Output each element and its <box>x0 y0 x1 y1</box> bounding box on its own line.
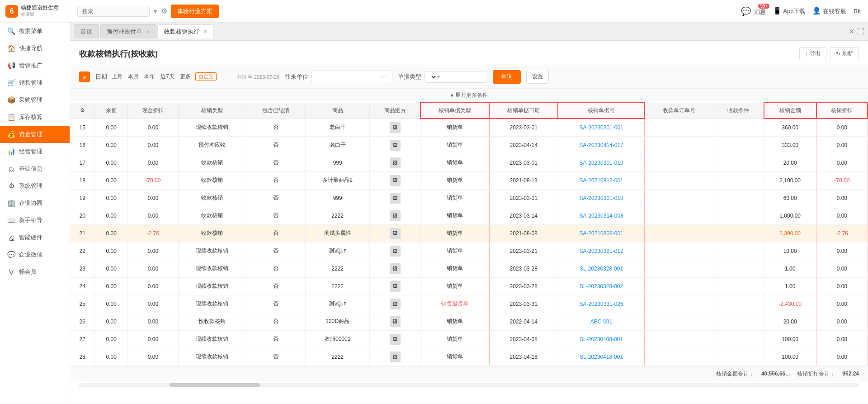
cell-include_settled: 否 <box>246 277 306 295</box>
tab-close-collection[interactable]: × <box>204 29 207 35</box>
sidebar-item-quicknav[interactable]: 🏠快捷导航 <box>0 40 70 57</box>
doc-no-link[interactable]: SL-20230328-001 <box>580 266 623 272</box>
cell-goods: 999 <box>306 154 370 171</box>
sidebar-label-wechat: 企业微信 <box>19 251 42 259</box>
table-row: 260.000.00预收款核销否123D商品🖼销货单2022-04-14ABC-… <box>70 313 868 330</box>
cell-receipt_order_no <box>645 154 713 171</box>
date-7days[interactable]: 近7天 <box>159 72 176 81</box>
cell-receipt_order_no <box>645 260 713 277</box>
export-button[interactable]: ↑ 导出 <box>799 47 826 60</box>
sidebar-item-guide[interactable]: 📖新手引导 <box>0 212 70 229</box>
refresh-button[interactable]: ↻ 刷新 <box>830 47 859 60</box>
cell-include_settled: 否 <box>246 189 306 207</box>
cell-verify_doc_no: SL-20230418-001 <box>558 348 645 366</box>
app-download-link[interactable]: 📱 App下载 <box>773 7 805 15</box>
cell-receipt_condition <box>713 295 764 313</box>
cell-goods: 测试jun <box>306 295 370 313</box>
sidebar-label-sales: 销售管理 <box>19 79 42 87</box>
cell-cash_discount: 0.00 <box>128 119 179 136</box>
cell-receipt_order_no <box>645 295 713 313</box>
maximize-button[interactable]: ⛶ <box>857 27 864 36</box>
doc-no-link[interactable]: SL-20230328-002 <box>580 283 623 290</box>
sidebar-item-corp[interactable]: 🏢企业协同 <box>0 195 70 212</box>
sidebar-item-member[interactable]: V畅会员 <box>0 263 70 280</box>
date-this-year[interactable]: 本年 <box>142 72 157 81</box>
logo-icon: 6 <box>5 5 18 18</box>
cell-gear: 18 <box>70 171 95 189</box>
cell-verify_doc_type: 销货单 <box>420 330 489 348</box>
cell-verify_type: 预付冲应收 <box>178 136 246 154</box>
gear-icon[interactable]: ⚙ <box>80 107 85 114</box>
goods-image-icon: 🖼 <box>390 175 401 186</box>
date-this-month[interactable]: 本月 <box>126 72 141 81</box>
expand-more-button[interactable]: ▾ 展开更多条件 <box>451 91 488 99</box>
message-badge[interactable]: 💬 99+ 消息 <box>741 6 766 16</box>
doc-no-link[interactable]: SL-20230408-001 <box>580 336 623 342</box>
member-icon: V <box>7 268 15 276</box>
date-last-month[interactable]: 上月 <box>110 72 124 81</box>
online-service-link[interactable]: 👤 在线客服 <box>812 7 846 15</box>
sidebar-label-basic: 基础信息 <box>19 165 42 173</box>
sidebar-item-search[interactable]: 🔍搜索菜单 <box>0 23 70 40</box>
doc-no-link[interactable]: SL-20230418-001 <box>580 354 623 360</box>
page-actions: ↑ 导出 ↻ 刷新 <box>799 47 859 60</box>
cell-verify_type: 预收款核销 <box>178 313 246 330</box>
doc-no-link[interactable]: SA-20230331-026 <box>579 301 623 307</box>
doc-no-link[interactable]: ABC-001 <box>590 318 613 325</box>
doc-no-link[interactable]: SA-20230301-001 <box>579 124 623 131</box>
cell-receipt_condition <box>713 136 764 154</box>
tab-close-prepay[interactable]: × <box>146 29 150 35</box>
cell-verify_doc_type: 销货单 <box>420 207 489 224</box>
topbar-search-input[interactable] <box>77 6 150 17</box>
cell-verify_amount: 20.00 <box>764 313 816 330</box>
sidebar-item-basic[interactable]: 🗂基础信息 <box>0 160 70 177</box>
filter-setting-button[interactable]: 设置 <box>526 70 549 84</box>
sidebar-item-sales[interactable]: 🛒销售管理 <box>0 74 70 91</box>
sidebar-item-purchase[interactable]: 📦采购管理 <box>0 91 70 109</box>
cell-goods_image: 🖼 <box>370 119 420 136</box>
solution-button[interactable]: 体验行业方案 <box>171 5 219 18</box>
doc-no-link[interactable]: SA-20230321-012 <box>579 248 623 254</box>
basic-icon: 🗂 <box>7 165 15 173</box>
cell-cash_discount: 0.00 <box>128 136 179 154</box>
expand-more-bar[interactable]: ▾ 展开更多条件 <box>70 89 868 102</box>
doc-no-link[interactable]: SA-20210808-001 <box>579 230 623 237</box>
customer-input[interactable] <box>315 74 378 80</box>
col-header-gear[interactable]: ⚙ <box>70 103 95 119</box>
date-custom-button[interactable]: 自定义 <box>195 72 217 81</box>
cell-verify_type: 现续收款核销 <box>178 295 246 313</box>
cell-verify_amount: 333.00 <box>764 136 816 154</box>
doc-no-link[interactable]: SA-20230301-010 <box>579 195 623 201</box>
sidebar-item-business[interactable]: 📊经营管理 <box>0 143 70 160</box>
doc-no-link[interactable]: SA-20210813-001 <box>579 177 623 184</box>
tab-collection[interactable]: 收款核销执行× <box>157 24 214 38</box>
tab-home[interactable]: 首页 <box>74 24 99 38</box>
doc-no-link[interactable]: SA-20230301-010 <box>579 160 623 166</box>
cell-include_settled: 否 <box>246 260 306 277</box>
wechat-icon: 💬 <box>7 251 15 259</box>
doc-no-link[interactable]: SA-20230314-008 <box>579 213 623 219</box>
sidebar-item-system[interactable]: ⚙系统管理 <box>0 177 70 195</box>
sidebar-item-finance[interactable]: 💰资金管理 <box>0 126 70 143</box>
sidebar-item-hardware[interactable]: 🖨智能硬件 <box>0 229 70 246</box>
sidebar-item-inventory[interactable]: 📋库存核算 <box>0 109 70 126</box>
sidebar-item-wechat[interactable]: 💬企业微信 <box>0 246 70 263</box>
tab-prepay[interactable]: 预付冲应付单× <box>100 24 156 38</box>
doc-no-link[interactable]: SA-20230414-017 <box>579 142 623 148</box>
cell-verify_discount: 0.00 <box>816 330 868 348</box>
topbar: ▾ ⚙ 体验行业方案 💬 99+ 消息 📱 App下载 👤 在线客服 Rit <box>70 0 868 23</box>
sidebar-item-marketing[interactable]: 📢营销推广 <box>0 57 70 74</box>
doctype-select[interactable] <box>428 73 437 81</box>
cell-verify_type: 收款核销 <box>178 224 246 242</box>
filter-expand-button[interactable]: » <box>79 71 90 82</box>
cell-verify_amount: 1.00 <box>764 260 816 277</box>
date-more[interactable]: 更多 <box>178 72 193 81</box>
col-header-verify_doc_date: 核销单据日期 <box>489 103 558 119</box>
col-header-goods: 商品 <box>306 103 370 119</box>
settings-icon[interactable]: ⚙ <box>161 7 167 15</box>
cell-goods: 2222 <box>306 207 370 224</box>
main-area: ▾ ⚙ 体验行业方案 💬 99+ 消息 📱 App下载 👤 在线客服 Rit 首… <box>70 0 868 404</box>
close-tab-button[interactable]: ✕ <box>849 27 854 36</box>
customer-search-dots[interactable]: ··· <box>380 73 386 81</box>
query-button[interactable]: 查询 <box>493 70 521 84</box>
